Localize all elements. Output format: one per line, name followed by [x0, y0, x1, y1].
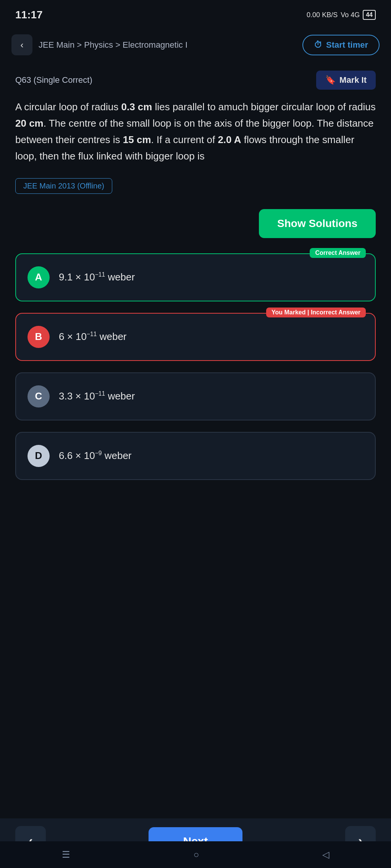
header: ‹ JEE Main > Physics > Electromagnetic I… — [0, 27, 391, 63]
correct-answer-badge: Correct Answer — [310, 248, 366, 258]
system-nav-bar: ☰ ○ ◁ — [0, 841, 391, 868]
breadcrumb: JEE Main > Physics > Electromagnetic I — [39, 40, 187, 50]
battery-icon: 44 — [363, 10, 376, 20]
timer-button[interactable]: ⏱ Start timer — [302, 35, 380, 55]
option-text-d: 6.6 × 10−9 weber — [59, 450, 132, 462]
show-solutions-button[interactable]: Show Solutions — [259, 209, 376, 238]
back-icon: ‹ — [21, 40, 24, 50]
header-left: ‹ JEE Main > Physics > Electromagnetic I — [11, 34, 187, 55]
timer-icon: ⏱ — [314, 40, 322, 50]
status-bar: 11:17 0.00 KB/S Vo 4G 44 — [0, 0, 391, 27]
signal-status: Vo 4G — [341, 11, 360, 19]
option-letter-c: C — [27, 385, 50, 407]
math-distance: 15 cm — [123, 134, 151, 145]
question-text: A circular loop of radius 0.3 cm lies pa… — [15, 99, 376, 164]
status-icons: 0.00 KB/S Vo 4G 44 — [307, 10, 376, 20]
option-card-a[interactable]: Correct Answer A 9.1 × 10−11 weber — [15, 253, 376, 301]
system-menu-icon[interactable]: ☰ — [62, 849, 70, 860]
option-letter-d: D — [27, 445, 50, 467]
option-card-b[interactable]: You Marked | Incorrect Answer B 6 × 10−1… — [15, 313, 376, 361]
status-time: 11:17 — [15, 9, 43, 21]
solutions-btn-wrap: Show Solutions — [15, 209, 376, 238]
question-header: Q63 (Single Correct) 🔖 Mark It — [15, 71, 376, 90]
question-label: Q63 (Single Correct) — [15, 75, 92, 85]
bookmark-icon: 🔖 — [325, 75, 336, 85]
option-text-a: 9.1 × 10−11 weber — [59, 271, 135, 283]
option-text-b: 6 × 10−11 weber — [59, 331, 127, 343]
option-letter-a: A — [27, 266, 50, 288]
math-current: 2.0 A — [218, 134, 241, 145]
option-text-c: 3.3 × 10−11 weber — [59, 390, 135, 402]
option-letter-b: B — [27, 326, 50, 348]
option-card-c[interactable]: C 3.3 × 10−11 weber — [15, 372, 376, 420]
question-tag: JEE Main 2013 (Offline) — [15, 178, 376, 209]
main-content: Q63 (Single Correct) 🔖 Mark It A circula… — [0, 67, 391, 575]
option-card-d[interactable]: D 6.6 × 10−9 weber — [15, 432, 376, 480]
math-radius-big: 20 cm — [15, 118, 44, 129]
tag-label: JEE Main 2013 (Offline) — [15, 178, 112, 194]
network-status: 0.00 KB/S — [307, 11, 338, 19]
system-back-icon[interactable]: ◁ — [322, 849, 329, 860]
mark-it-button[interactable]: 🔖 Mark It — [316, 71, 376, 90]
system-home-icon[interactable]: ○ — [194, 849, 199, 860]
math-radius-small: 0.3 cm — [121, 101, 152, 113]
timer-label: Start timer — [326, 40, 368, 50]
back-button[interactable]: ‹ — [11, 34, 32, 55]
options-list: Correct Answer A 9.1 × 10−11 weber You M… — [15, 253, 376, 480]
mark-it-label: Mark It — [339, 75, 367, 85]
incorrect-answer-badge: You Marked | Incorrect Answer — [266, 308, 366, 317]
